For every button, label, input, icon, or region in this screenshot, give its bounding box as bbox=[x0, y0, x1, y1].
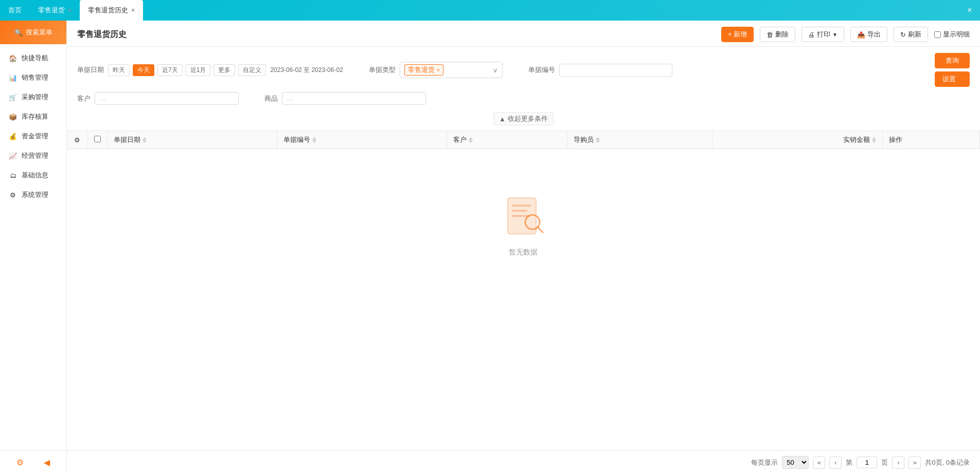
date-btn-more[interactable]: 更多 bbox=[213, 64, 235, 76]
table-area: ⚙ 单据日期 bbox=[67, 131, 980, 450]
main-layout: 🔍 搜索菜单 🏠 快捷导航 📊 销售管理 🛒 采购管理 📦 库存核算 💰 bbox=[0, 21, 980, 474]
finance-icon: 💰 bbox=[8, 132, 17, 141]
type-filter-label: 单据类型 bbox=[369, 65, 396, 75]
date-btn-1month[interactable]: 近1月 bbox=[186, 64, 211, 76]
filter-date-item: 单据日期 昨天 今天 近7天 近1月 更多 自定义 2023-06-02 至 2… bbox=[77, 64, 343, 76]
show-detail-checkbox-label[interactable]: 显示明细 bbox=[934, 30, 970, 39]
sidebar-item-quick-nav[interactable]: 🏠 快捷导航 bbox=[0, 48, 66, 68]
show-detail-checkbox[interactable] bbox=[934, 31, 941, 38]
date-btn-custom[interactable]: 自定义 bbox=[238, 64, 266, 76]
refresh-button[interactable]: ↻ 刷新 bbox=[894, 27, 928, 42]
next-page-icon: › bbox=[897, 459, 899, 466]
filter-type-item: 单据类型 零售退货 × ∨ bbox=[369, 62, 503, 78]
date-filter-label: 单据日期 bbox=[77, 65, 104, 75]
next-page-button[interactable]: › bbox=[892, 457, 904, 469]
empty-state: 暂无数据 bbox=[67, 149, 980, 298]
sidebar-item-label: 资金管理 bbox=[22, 132, 48, 141]
sidebar-item-label: 系统管理 bbox=[22, 190, 48, 199]
sidebar-item-basic-info[interactable]: 🗂 基础信息 bbox=[0, 166, 66, 185]
sidebar-search-label: 搜索菜单 bbox=[26, 28, 52, 37]
system-icon: ⚙ bbox=[8, 190, 17, 199]
first-page-button[interactable]: « bbox=[813, 457, 825, 469]
table-select-all-header[interactable] bbox=[87, 131, 107, 149]
customer-input[interactable]: … bbox=[95, 92, 239, 105]
sidebar-nav: 🏠 快捷导航 📊 销售管理 🛒 采购管理 📦 库存核算 💰 资金管理 📈 bbox=[0, 44, 66, 450]
export-button-label: 导出 bbox=[867, 30, 881, 39]
setting-button-label: 设置 bbox=[942, 75, 956, 84]
delete-button[interactable]: 🗑 删除 bbox=[760, 27, 795, 42]
table-settings-icon[interactable]: ⚙ bbox=[74, 136, 80, 144]
voucher-sort-icon bbox=[312, 137, 316, 143]
col-header-date[interactable]: 单据日期 bbox=[107, 131, 277, 149]
tab-home[interactable]: 首页 bbox=[0, 0, 30, 21]
date-options-group: 昨天 今天 近7天 近1月 更多 自定义 bbox=[108, 64, 266, 76]
type-select[interactable]: 零售退货 × ∨ bbox=[400, 62, 503, 78]
page-label: 第 bbox=[846, 458, 852, 467]
type-tag-label: 零售退货 bbox=[408, 65, 435, 75]
sidebar-item-finance[interactable]: 💰 资金管理 bbox=[0, 126, 66, 146]
col-header-customer[interactable]: 客户 bbox=[447, 131, 567, 149]
print-button[interactable]: 🖨 打印 ▼ bbox=[801, 27, 844, 42]
print-dropdown-icon: ▼ bbox=[832, 32, 838, 38]
goods-input[interactable]: … bbox=[282, 92, 426, 105]
prev-page-icon: ‹ bbox=[834, 459, 836, 466]
last-page-button[interactable]: » bbox=[908, 457, 921, 469]
type-dropdown-arrow: ∨ bbox=[493, 66, 498, 74]
home-icon: 🏠 bbox=[8, 53, 17, 63]
window-close-button[interactable]: × bbox=[959, 0, 980, 21]
svg-rect-2 bbox=[512, 210, 527, 212]
sidebar-item-label: 快捷导航 bbox=[22, 53, 48, 63]
sidebar-item-purchase-mgmt[interactable]: 🛒 采购管理 bbox=[0, 87, 66, 107]
operations-icon: 📈 bbox=[8, 151, 17, 160]
select-all-checkbox[interactable] bbox=[94, 136, 101, 142]
sidebar-item-sales-mgmt[interactable]: 📊 销售管理 bbox=[0, 68, 66, 87]
sidebar-item-inventory[interactable]: 📦 库存核算 bbox=[0, 107, 66, 126]
sidebar-item-operations[interactable]: 📈 经营管理 bbox=[0, 146, 66, 166]
tab-retail-return-history[interactable]: 零售退货历史 × bbox=[80, 0, 143, 21]
date-btn-yesterday[interactable]: 昨天 bbox=[108, 64, 130, 76]
date-btn-today[interactable]: 今天 bbox=[133, 64, 154, 76]
collapse-row: ▲ 收起更多条件 bbox=[77, 110, 970, 131]
export-button[interactable]: 📤 导出 bbox=[850, 27, 887, 42]
col-header-amount[interactable]: 实销金额 bbox=[712, 131, 882, 149]
search-icon: 🔍 bbox=[14, 29, 23, 37]
customer-dots: … bbox=[99, 95, 106, 102]
customer-filter-label: 客户 bbox=[77, 94, 91, 103]
date-btn-7days[interactable]: 近7天 bbox=[157, 64, 183, 76]
tab-retail-return-history-close[interactable]: × bbox=[131, 7, 135, 14]
sidebar-item-label: 采购管理 bbox=[22, 93, 48, 102]
collapse-button[interactable]: ▲ 收起更多条件 bbox=[493, 112, 554, 125]
type-tag-close[interactable]: × bbox=[437, 67, 440, 73]
goods-filter-label: 商品 bbox=[264, 94, 278, 103]
prev-page-button[interactable]: ‹ bbox=[829, 457, 842, 469]
print-button-label: 打印 bbox=[817, 30, 830, 39]
query-button[interactable]: 查询 bbox=[935, 53, 970, 68]
filter-panel: 单据日期 昨天 今天 近7天 近1月 更多 自定义 2023-06-02 至 2… bbox=[77, 53, 970, 131]
sidebar-search[interactable]: 🔍 搜索菜单 bbox=[0, 21, 66, 44]
print-icon: 🖨 bbox=[808, 31, 815, 39]
col-header-voucher[interactable]: 单据编号 bbox=[277, 131, 447, 149]
collapse-sidebar-icon[interactable]: ◀ bbox=[44, 458, 50, 467]
customer-sort-icon bbox=[469, 137, 473, 143]
page-suffix: 页 bbox=[881, 458, 888, 467]
tab-retail-return-close[interactable]: × bbox=[68, 7, 72, 14]
svg-rect-1 bbox=[512, 205, 531, 207]
filter-row-1: 单据日期 昨天 今天 近7天 近1月 更多 自定义 2023-06-02 至 2… bbox=[77, 53, 970, 87]
collapse-label: 收起更多条件 bbox=[508, 114, 548, 123]
sales-icon: 📊 bbox=[8, 73, 17, 82]
new-button[interactable]: + 新增 bbox=[721, 27, 754, 42]
goods-dots: … bbox=[287, 95, 293, 102]
settings-bottom-icon[interactable]: ⚙ bbox=[16, 458, 24, 467]
first-page-icon: « bbox=[817, 459, 821, 466]
table-settings-header[interactable]: ⚙ bbox=[67, 131, 87, 149]
amount-sort-icon bbox=[872, 137, 876, 143]
voucher-input[interactable] bbox=[559, 64, 672, 77]
page-input[interactable] bbox=[857, 457, 877, 468]
tab-retail-return[interactable]: 零售退货 × bbox=[30, 0, 80, 21]
setting-button[interactable]: 设置 bbox=[935, 71, 970, 87]
top-bar: 首页 零售退货 × 零售退货历史 × × bbox=[0, 0, 980, 21]
col-header-guide[interactable]: 导购员 bbox=[567, 131, 712, 149]
per-page-select[interactable]: 10 20 50 100 bbox=[782, 456, 809, 469]
sidebar-item-system[interactable]: ⚙ 系统管理 bbox=[0, 185, 66, 205]
filter-customer-item: 客户 … bbox=[77, 92, 239, 105]
